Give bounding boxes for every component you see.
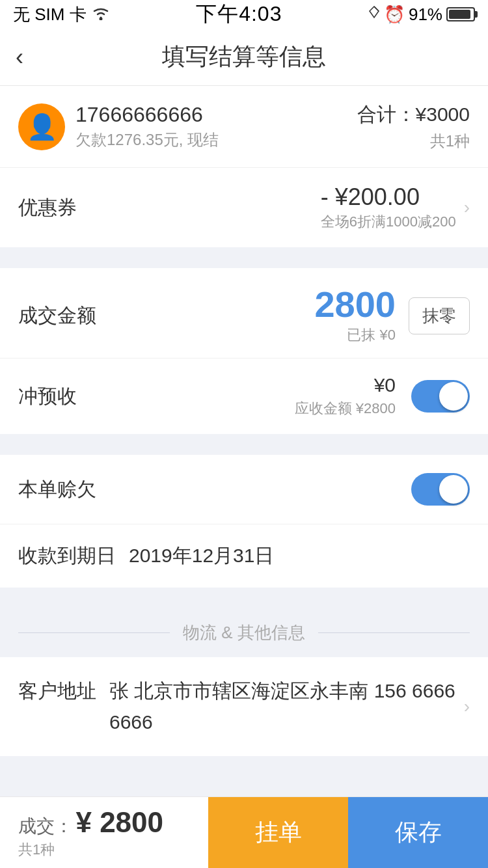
bottom-summary: 成交： ¥ 2800 共1种	[0, 806, 208, 860]
toggle-knob	[439, 382, 468, 411]
user-count: 共1种	[357, 131, 470, 152]
status-time: 下午4:03	[196, 0, 282, 29]
user-info-row: 👤 17666666666 欠款1276.35元, 现结 合计：¥3000 共1…	[0, 86, 488, 167]
charge-amount: ¥0	[295, 374, 396, 396]
battery-percent: 91%	[409, 5, 442, 25]
divider-line-right	[318, 632, 470, 633]
avatar: 👤	[18, 103, 65, 150]
divider-line-left	[18, 632, 170, 633]
svg-point-0	[99, 17, 102, 20]
status-bar: 无 SIM 卡 下午4:03 ⏰ 91%	[0, 0, 488, 29]
deal-sub: 已抹 ¥0	[314, 325, 396, 345]
alarm-icon: ⏰	[384, 5, 405, 25]
bottom-bar: 成交： ¥ 2800 共1种 挂单 保存	[0, 796, 488, 868]
gray-divider-3	[0, 598, 488, 608]
coupon-arrow-icon: ›	[464, 197, 470, 218]
coupon-sub: 全场6折满1000减200	[321, 212, 456, 232]
bottom-count: 共1种	[18, 840, 190, 860]
charge-sub: 应收金额 ¥2800	[295, 399, 396, 418]
hang-button[interactable]: 挂单	[208, 797, 348, 869]
address-label: 客户地址	[18, 675, 96, 707]
logistics-label: 物流 & 其他信息	[183, 621, 305, 644]
location-icon	[368, 5, 380, 25]
due-date-row: 收款到期日 2019年12月31日	[0, 524, 488, 588]
charge-toggle[interactable]	[411, 380, 470, 413]
due-label: 收款到期日	[18, 543, 116, 569]
avatar-person-icon: 👤	[27, 113, 57, 141]
debt-row: 本单赊欠	[0, 455, 488, 524]
logistics-section: 物流 & 其他信息	[0, 608, 488, 657]
deal-label: 成交金额	[18, 303, 96, 329]
user-sub-text: 欠款1276.35元, 现结	[75, 129, 219, 150]
deal-amount-row: 成交金额 2800 已抹 ¥0 抹零	[0, 268, 488, 359]
due-date: 2019年12月31日	[129, 543, 274, 569]
user-total: 合计：¥3000	[357, 102, 470, 128]
round-zero-button[interactable]: 抹零	[409, 297, 470, 334]
user-phone: 17666666666	[75, 103, 219, 127]
coupon-label: 优惠券	[18, 195, 77, 221]
main-content: 👤 17666666666 欠款1276.35元, 现结 合计：¥3000 共1…	[0, 86, 488, 868]
address-arrow-icon: ›	[464, 696, 470, 717]
debt-label: 本单赊欠	[18, 476, 96, 503]
gray-divider-2	[0, 444, 488, 455]
nav-bar: ‹ 填写结算等信息	[0, 29, 488, 86]
status-left: 无 SIM 卡	[13, 3, 110, 26]
coupon-discount: - ¥200.00	[321, 183, 456, 211]
battery-icon	[446, 7, 475, 21]
deal-amount: 2800	[314, 286, 396, 323]
save-button[interactable]: 保存	[348, 797, 488, 869]
charge-label: 冲预收	[18, 383, 77, 410]
bottom-deal-label: 成交：	[18, 816, 73, 836]
coupon-row[interactable]: 优惠券 - ¥200.00 全场6折满1000减200 ›	[0, 167, 488, 247]
page-title: 填写结算等信息	[162, 41, 326, 73]
no-sim-text: 无 SIM 卡	[13, 3, 87, 26]
charge-row: 冲预收 ¥0 应收金额 ¥2800	[0, 359, 488, 434]
bottom-amount: ¥ 2800	[75, 806, 163, 838]
wifi-icon	[92, 5, 110, 25]
address-row[interactable]: 客户地址 张 北京市市辖区海淀区永丰南 156 6666 6666 ›	[0, 657, 488, 756]
debt-toggle[interactable]	[411, 473, 470, 506]
gray-divider	[0, 258, 488, 268]
status-right: ⏰ 91%	[368, 5, 475, 25]
back-button[interactable]: ‹	[16, 44, 23, 71]
address-content: 张 北京市市辖区海淀区永丰南 156 6666 6666	[109, 675, 459, 738]
debt-toggle-knob	[439, 475, 468, 504]
